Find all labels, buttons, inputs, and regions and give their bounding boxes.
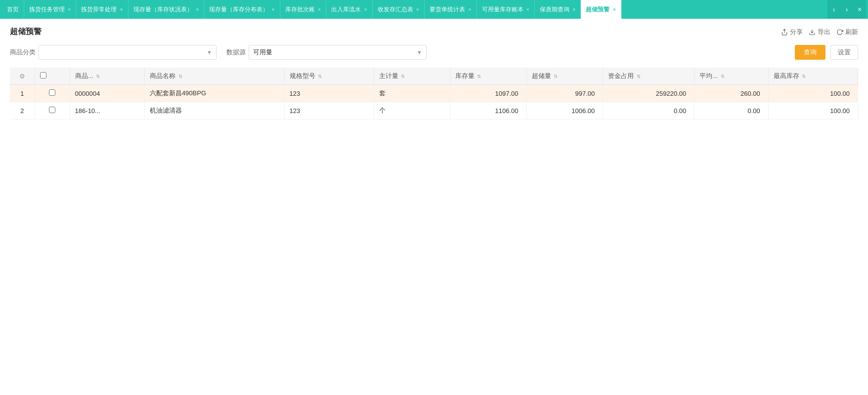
category-select[interactable]: ▼: [39, 45, 217, 60]
close-tab-7-icon[interactable]: ×: [416, 6, 419, 12]
stock-qty: 1097.00: [450, 85, 526, 102]
close-tab-8-icon[interactable]: ×: [468, 6, 471, 12]
capital-amount: 0.00: [603, 102, 694, 119]
sort-avg-icon: ⇅: [721, 74, 725, 79]
category-filter: 商品分类 ▼: [10, 45, 217, 60]
select-all-checkbox[interactable]: [40, 72, 46, 79]
close-tab-5-icon[interactable]: ×: [318, 6, 321, 12]
page-container: 超储预警 分享 导出 刷新 商品分类 ▼ 数据源: [0, 19, 868, 395]
sort-product-name-icon: ⇅: [178, 74, 182, 79]
top-navigation: 首页 拣货任务管理 × 拣货异常处理 × 现存量（库存状况表） × 现存量（库存…: [0, 0, 868, 19]
col-max-stock-header[interactable]: 最高库存 ⇅: [768, 68, 858, 85]
close-tab-2-icon[interactable]: ×: [120, 6, 123, 12]
nav-tab-11[interactable]: 超储预警 ×: [581, 0, 621, 19]
filter-actions: 查询 设置: [795, 45, 858, 60]
avg-price: 0.00: [694, 102, 768, 119]
nav-prev-button[interactable]: ‹: [827, 0, 840, 19]
nav-tab-10[interactable]: 保质期查询 ×: [535, 0, 581, 19]
close-tab-6-icon[interactable]: ×: [364, 6, 367, 12]
nav-home[interactable]: 首页: [2, 0, 24, 19]
share-icon: [781, 29, 788, 36]
product-code: 186-10...: [70, 102, 144, 119]
product-spec: 123: [284, 85, 374, 102]
nav-tab-2[interactable]: 拣货异常处理 ×: [76, 0, 128, 19]
datasource-value: 可用量: [253, 48, 272, 57]
table-row: 2 186-10... 机油滤清器 123 个 1106.00 1006.00 …: [10, 102, 858, 119]
product-code: 0000004: [70, 85, 144, 102]
sort-unit-icon: ⇅: [401, 74, 405, 79]
sort-max-stock-icon: ⇅: [802, 74, 806, 79]
row-seq: 1: [10, 85, 35, 102]
nav-tab-7[interactable]: 收发存汇总表 ×: [373, 0, 425, 19]
datasource-select[interactable]: 可用量 ▼: [249, 45, 427, 60]
row-checkbox-cell[interactable]: [35, 85, 70, 102]
product-unit: 个: [374, 102, 450, 119]
export-button[interactable]: 导出: [809, 28, 830, 37]
nav-close-button[interactable]: ×: [853, 0, 866, 19]
capital-amount: 259220.00: [603, 85, 694, 102]
category-chevron-icon: ▼: [207, 49, 212, 55]
gear-icon[interactable]: ⚙: [19, 73, 25, 80]
header-actions: 分享 导出 刷新: [781, 28, 858, 37]
query-button[interactable]: 查询: [795, 45, 825, 60]
refresh-icon: [836, 29, 843, 36]
row-checkbox[interactable]: [49, 89, 55, 96]
close-tab-3-icon[interactable]: ×: [196, 6, 199, 12]
stock-qty: 1106.00: [450, 102, 526, 119]
sort-overflow-icon: ⇅: [554, 74, 558, 79]
col-gear: ⚙: [10, 68, 35, 85]
sort-stock-icon: ⇅: [477, 74, 481, 79]
close-tab-1-icon[interactable]: ×: [68, 6, 71, 12]
sort-product-code-icon: ⇅: [96, 74, 100, 79]
datasource-filter: 数据源 可用量 ▼: [226, 45, 427, 60]
nav-tab-1[interactable]: 拣货任务管理 ×: [24, 0, 76, 19]
page-header: 超储预警 分享 导出 刷新: [10, 27, 858, 37]
row-checkbox[interactable]: [49, 107, 55, 113]
row-checkbox-cell[interactable]: [35, 102, 70, 119]
col-product-name-header[interactable]: 商品名称 ⇅: [144, 68, 284, 85]
data-table: ⚙ 商品... ⇅ 商品名称 ⇅ 规格型号 ⇅ 主计量: [10, 68, 858, 119]
nav-tab-3[interactable]: 现存量（库存状况表） ×: [129, 0, 204, 19]
table-body: 1 0000004 六配套新昌490BPG 123 套 1097.00 997.…: [10, 85, 858, 119]
product-unit: 套: [374, 85, 450, 102]
product-spec: 123: [284, 102, 374, 119]
avg-price: 260.00: [694, 85, 768, 102]
nav-tab-4[interactable]: 现存量（库存分布表） ×: [204, 0, 280, 19]
settings-button[interactable]: 设置: [830, 45, 858, 60]
export-icon: [809, 29, 816, 36]
max-stock: 100.00: [768, 85, 858, 102]
datasource-chevron-icon: ▼: [417, 49, 422, 55]
col-checkbox-header: [35, 68, 70, 85]
col-unit-header[interactable]: 主计量 ⇅: [374, 68, 450, 85]
nav-tab-5[interactable]: 库存批次账 ×: [280, 0, 326, 19]
max-stock: 100.00: [768, 102, 858, 119]
col-overflow-header[interactable]: 超储量 ⇅: [526, 68, 603, 85]
sort-capital-icon: ⇅: [637, 74, 641, 79]
close-tab-4-icon[interactable]: ×: [271, 6, 274, 12]
col-spec-header[interactable]: 规格型号 ⇅: [284, 68, 374, 85]
row-seq: 2: [10, 102, 35, 119]
refresh-button[interactable]: 刷新: [836, 28, 858, 37]
nav-tab-9[interactable]: 可用量库存账本 ×: [477, 0, 535, 19]
nav-next-button[interactable]: ›: [840, 0, 853, 19]
close-tab-10-icon[interactable]: ×: [572, 6, 575, 12]
table-row: 1 0000004 六配套新昌490BPG 123 套 1097.00 997.…: [10, 85, 858, 102]
col-stock-header[interactable]: 库存量 ⇅: [450, 68, 526, 85]
sort-spec-icon: ⇅: [318, 74, 322, 79]
overflow-qty: 1006.00: [526, 102, 603, 119]
nav-tab-6[interactable]: 出入库流水 ×: [326, 0, 372, 19]
nav-tab-8[interactable]: 要货单统计表 ×: [425, 0, 477, 19]
datasource-label: 数据源: [226, 48, 246, 57]
col-capital-header[interactable]: 资金占用 ⇅: [603, 68, 694, 85]
product-name: 机油滤清器: [144, 102, 284, 119]
col-avg-header[interactable]: 平均... ⇅: [694, 68, 768, 85]
overflow-qty: 997.00: [526, 85, 603, 102]
col-product-code-header[interactable]: 商品... ⇅: [70, 68, 144, 85]
category-label: 商品分类: [10, 48, 36, 57]
close-tab-9-icon[interactable]: ×: [526, 6, 529, 12]
filter-row: 商品分类 ▼ 数据源 可用量 ▼ 查询 设置: [10, 45, 858, 60]
share-button[interactable]: 分享: [781, 28, 803, 37]
page-title: 超储预警: [10, 27, 42, 37]
nav-arrows: ‹ › ×: [827, 0, 866, 19]
close-tab-11-icon[interactable]: ×: [612, 6, 615, 12]
